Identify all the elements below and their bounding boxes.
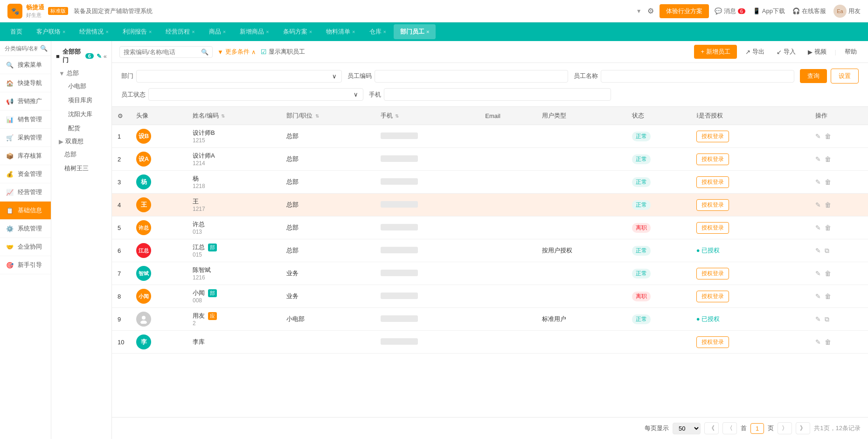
tab-profit[interactable]: 利润报告×: [116, 24, 158, 39]
user-menu[interactable]: Ea 用友: [833, 5, 861, 18]
first-page-button[interactable]: 《: [704, 422, 719, 434]
sidebar-item-quicknav[interactable]: 🏠 快捷导航: [0, 74, 51, 92]
close-icon[interactable]: ×: [105, 29, 108, 35]
query-button[interactable]: 查询: [800, 69, 827, 83]
import-button[interactable]: ↙ 导入: [773, 48, 799, 56]
delete-icon[interactable]: 🗑: [825, 178, 831, 186]
tab-warehouse[interactable]: 仓库×: [363, 24, 393, 39]
sidebar-item-guide[interactable]: 🎯 新手引导: [0, 256, 51, 274]
close-icon[interactable]: ×: [62, 29, 65, 35]
tab-new-goods[interactable]: 新增商品×: [233, 24, 275, 39]
dept-item-zongbu2[interactable]: 总部: [55, 147, 111, 161]
sidebar-item-collab[interactable]: 🤝 企业协同: [0, 238, 51, 256]
edit-icon[interactable]: ✎: [815, 293, 821, 300]
close-icon[interactable]: ×: [352, 29, 355, 35]
app-download-button[interactable]: 📱 App下载: [753, 7, 785, 15]
auth-button[interactable]: 授权登录: [696, 131, 729, 142]
copy-icon[interactable]: ⧉: [825, 315, 829, 323]
search-input[interactable]: [124, 49, 198, 56]
emp-name-input[interactable]: [601, 70, 794, 83]
auth-button[interactable]: 授权登录: [696, 336, 729, 348]
auth-button[interactable]: 授权登录: [696, 291, 729, 302]
sidebar-search-input[interactable]: [5, 45, 37, 52]
tab-goods[interactable]: 商品×: [202, 24, 232, 39]
sidebar-item-inventory[interactable]: 📦 库存核算: [0, 147, 51, 165]
sidebar-item-search[interactable]: 🔍 搜索菜单: [0, 56, 51, 74]
auth-button[interactable]: 授权登录: [696, 199, 729, 211]
close-icon[interactable]: ×: [426, 29, 429, 35]
current-page-input[interactable]: 1: [750, 423, 764, 434]
collapse-icon[interactable]: ▼: [59, 70, 65, 77]
delete-icon[interactable]: 🗑: [825, 338, 831, 346]
edit-icon[interactable]: ✎: [815, 132, 821, 140]
dept-item-xiaodibu[interactable]: 小电部: [55, 79, 111, 93]
sidebar-item-marketing[interactable]: 📢 营销推广: [0, 92, 51, 111]
phone-input[interactable]: [384, 88, 611, 101]
all-dept-label[interactable]: 全部部门: [62, 48, 83, 64]
expand-icon[interactable]: ▶: [59, 138, 63, 145]
emp-status-select[interactable]: ∨: [148, 88, 363, 101]
auth-button[interactable]: 授权登录: [696, 222, 729, 234]
close-icon[interactable]: ×: [266, 29, 269, 35]
online-service-button[interactable]: 🎧 在线客服: [792, 7, 826, 15]
edit-icon[interactable]: ✎: [815, 270, 821, 277]
close-icon[interactable]: ×: [223, 29, 226, 35]
edit-icon[interactable]: ✎: [815, 315, 821, 323]
delete-icon[interactable]: 🗑: [825, 155, 831, 163]
show-resign-toggle[interactable]: ☑ 显示离职员工: [261, 48, 305, 56]
help-button[interactable]: 帮助: [841, 48, 861, 56]
col-settings[interactable]: ⚙: [112, 107, 131, 125]
close-icon[interactable]: ×: [149, 29, 152, 35]
dept-edit-icon[interactable]: ✎: [97, 53, 102, 60]
col-phone[interactable]: 手机 ⇅: [375, 107, 480, 125]
edit-icon[interactable]: ✎: [815, 201, 821, 209]
more-filter-button[interactable]: ▼ 更多条件 ∧: [217, 48, 256, 56]
page-size-select[interactable]: 50 100: [673, 423, 701, 434]
tab-home[interactable]: 首页: [4, 24, 29, 39]
auth-button[interactable]: 授权登录: [696, 153, 729, 165]
tab-history[interactable]: 经营历程×: [159, 24, 201, 39]
sidebar-item-purchase[interactable]: 🛒 采购管理: [0, 129, 51, 147]
auth-button[interactable]: 授权登录: [696, 268, 729, 279]
tab-bom[interactable]: 物料清单×: [319, 24, 361, 39]
dept-item-shenyangdaku[interactable]: 沈阳大库: [55, 107, 111, 121]
edit-icon[interactable]: ✎: [815, 155, 821, 163]
delete-icon[interactable]: 🗑: [825, 270, 831, 277]
last-page-button[interactable]: 》: [796, 422, 810, 434]
system-dropdown[interactable]: ▼: [636, 8, 642, 14]
sidebar-item-sales[interactable]: 📊 销售管理: [0, 111, 51, 129]
close-icon[interactable]: ×: [192, 29, 194, 35]
delete-icon[interactable]: 🗑: [825, 201, 831, 209]
export-button[interactable]: ↗ 导出: [742, 48, 768, 56]
gear-button[interactable]: ⚙: [647, 7, 654, 15]
col-name[interactable]: 姓名/编码 ⇅: [187, 107, 281, 125]
video-button[interactable]: ▶ 视频: [804, 48, 830, 56]
close-icon[interactable]: ×: [383, 29, 386, 35]
dept-collapse-icon[interactable]: «: [104, 53, 107, 60]
dept-item-zhishuwangsan[interactable]: 植树王三: [55, 161, 111, 175]
edit-icon[interactable]: ✎: [815, 224, 821, 231]
edit-icon[interactable]: ✎: [815, 247, 821, 254]
tab-barcode[interactable]: 条码方案×: [277, 24, 319, 39]
tab-customer[interactable]: 客户联络×: [30, 24, 72, 39]
search-submit-icon[interactable]: 🔍: [201, 49, 208, 56]
col-dept[interactable]: 部门/职位 ⇅: [281, 107, 375, 125]
add-employee-button[interactable]: + 新增员工: [694, 45, 736, 59]
sidebar-item-finance[interactable]: 💰 资金管理: [0, 165, 51, 183]
edit-icon[interactable]: ✎: [815, 338, 821, 346]
dept-item-peihuo[interactable]: 配货: [55, 121, 111, 135]
tab-department[interactable]: 部门员工×: [394, 24, 436, 39]
sidebar-item-operation[interactable]: 📈 经营管理: [0, 183, 51, 202]
tab-operation[interactable]: 经营情况×: [73, 24, 115, 39]
message-button[interactable]: 💬 消息 6: [715, 7, 745, 15]
auth-button[interactable]: 授权登录: [696, 176, 729, 188]
prev-page-button[interactable]: 〈: [722, 422, 737, 434]
dept-item-xianmukufang[interactable]: 项目库房: [55, 93, 111, 107]
delete-icon[interactable]: 🗑: [825, 132, 831, 140]
next-page-button[interactable]: 〉: [778, 422, 792, 434]
sidebar-item-basic[interactable]: 📋 基础信息: [0, 202, 51, 220]
delete-icon[interactable]: 🗑: [825, 293, 831, 300]
trial-button[interactable]: 体验行业方案: [660, 4, 709, 18]
dept-select[interactable]: ∨: [136, 70, 342, 83]
sidebar-item-system[interactable]: ⚙️ 系统管理: [0, 220, 51, 238]
